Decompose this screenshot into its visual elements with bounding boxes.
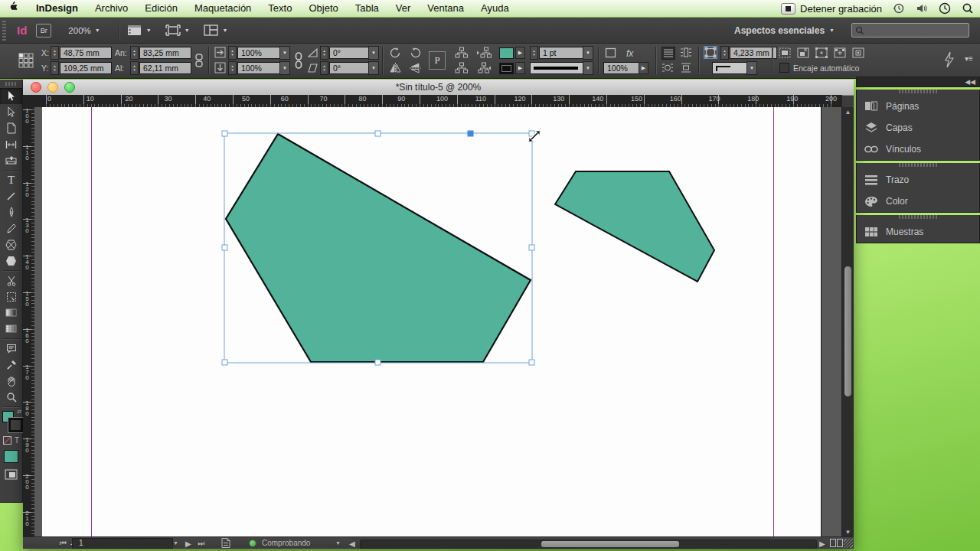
fx-dropdown[interactable]: fx: [626, 48, 633, 59]
small-polygon-shape[interactable]: [555, 171, 714, 282]
corner-radius-field[interactable]: 4,233 mm: [730, 47, 777, 59]
tool-direct-selection[interactable]: [0, 104, 22, 120]
menu-item-archivo[interactable]: Archivo: [87, 0, 136, 17]
time-machine-icon[interactable]: [893, 2, 905, 15]
height-field[interactable]: 62,11 mm: [139, 62, 191, 74]
page-dropdown-arrow[interactable]: ▼: [173, 537, 178, 549]
selection-handle[interactable]: [222, 131, 227, 136]
panel-button-paginas[interactable]: Páginas: [857, 96, 979, 117]
menu-item-indesign[interactable]: InDesign: [28, 0, 87, 17]
x-stepper[interactable]: ▴▾: [51, 46, 59, 60]
zoom-level-dropdown[interactable]: 200% ▼: [68, 26, 100, 35]
width-field[interactable]: 83,25 mm: [139, 47, 191, 59]
panel-button-vinculos[interactable]: Vínculos: [857, 139, 979, 160]
stroke-weight-stepper[interactable]: ▴▾: [530, 46, 538, 60]
tool-gradient-feather[interactable]: [0, 321, 22, 337]
horizontal-scroll-thumb[interactable]: [541, 541, 679, 547]
scroll-up-arrow[interactable]: ▲: [842, 109, 854, 116]
fit-frame-to-content-icon[interactable]: [815, 47, 828, 59]
formatting-affects-text-icon[interactable]: T: [15, 436, 19, 445]
wrap-none-icon[interactable]: [662, 47, 675, 60]
fill-stroke-controls[interactable]: ⇄: [0, 409, 22, 433]
search-input[interactable]: [851, 23, 969, 37]
vertical-scroll-thumb[interactable]: [844, 266, 851, 396]
fill-swatch-arrow[interactable]: ▶: [515, 47, 525, 59]
height-stepper[interactable]: ▴▾: [130, 61, 139, 75]
selection-handle-active[interactable]: [468, 131, 473, 136]
rotation-dropdown[interactable]: ▼: [368, 46, 379, 60]
dock-group-grip[interactable]: [899, 90, 937, 93]
apple-menu[interactable]: [0, 0, 28, 17]
appbar-grip[interactable]: [2, 21, 6, 41]
corner-shape-dropdown[interactable]: ▼: [746, 61, 757, 75]
tool-hand[interactable]: [0, 373, 22, 389]
toolbar-grip[interactable]: [5, 82, 17, 86]
bridge-button[interactable]: Br: [36, 24, 51, 37]
corner-radius-stepper[interactable]: ▴▾: [720, 46, 729, 60]
shear-stepper[interactable]: ▴▾: [320, 61, 328, 75]
expand-panels-icon[interactable]: ◀◀: [965, 78, 975, 86]
large-polygon-shape[interactable]: [226, 134, 531, 362]
swap-fill-stroke-icon[interactable]: ⇄: [17, 409, 21, 415]
stroke-swatch-arrow[interactable]: ▶: [515, 62, 525, 74]
view-options-dropdown[interactable]: ▼: [127, 24, 152, 37]
scale-y-dropdown[interactable]: ▼: [279, 61, 290, 75]
tool-frame[interactable]: [0, 236, 22, 253]
wrap-bounding-box-icon[interactable]: [680, 47, 692, 58]
menu-item-objeto[interactable]: Objeto: [300, 0, 346, 17]
panel-button-trazo[interactable]: Trazo: [857, 169, 979, 191]
rotation-field[interactable]: 0°: [329, 47, 369, 59]
selection-handle[interactable]: [375, 131, 381, 136]
select-next-object-icon[interactable]: [476, 62, 492, 74]
formatting-affects-controls[interactable]: T: [0, 433, 22, 447]
quick-apply-lightning-icon[interactable]: [943, 51, 954, 68]
scale-y-stepper[interactable]: ▴▾: [228, 61, 237, 75]
rotate-cw-icon[interactable]: [409, 47, 422, 59]
center-content-icon[interactable]: [851, 47, 865, 59]
scroll-right-arrow[interactable]: ▶: [819, 538, 825, 549]
stroke-weight-dropdown[interactable]: ▼: [583, 46, 593, 60]
corner-shape-field[interactable]: [712, 62, 747, 74]
menu-item-ventana[interactable]: Ventana: [419, 0, 472, 17]
first-page-button[interactable]: ⏮: [60, 537, 67, 549]
shear-field[interactable]: 0°: [329, 62, 369, 74]
selection-handle[interactable]: [375, 360, 381, 365]
volume-icon[interactable]: [916, 2, 928, 15]
window-resize-grip[interactable]: [844, 539, 853, 548]
stroke-color-swatch[interactable]: [499, 63, 514, 74]
y-field[interactable]: 109,25 mm: [60, 62, 112, 74]
flip-horizontal-icon[interactable]: [389, 62, 402, 74]
pasteboard[interactable]: [34, 107, 842, 537]
menu-item-ayuda[interactable]: Ayuda: [472, 0, 518, 17]
constrain-dimensions-icon[interactable]: [193, 53, 205, 68]
workspace-switcher[interactable]: Aspectos esenciales ▼: [734, 25, 835, 36]
next-page-button[interactable]: ▶: [185, 538, 191, 549]
width-stepper[interactable]: ▴▾: [130, 46, 139, 60]
tool-pen[interactable]: [0, 204, 22, 220]
tool-zoom[interactable]: [0, 389, 22, 405]
horizontal-ruler[interactable]: 0102030405060708090100110120130140150160…: [34, 95, 842, 107]
tool-note[interactable]: [0, 341, 22, 357]
apply-color-button[interactable]: [0, 447, 22, 465]
shear-dropdown[interactable]: ▼: [368, 61, 379, 75]
preflight-dropdown-arrow[interactable]: ▼: [335, 537, 341, 549]
scale-x-field[interactable]: 100%: [237, 47, 280, 59]
reference-point-proxy[interactable]: [18, 53, 34, 68]
selection-handle[interactable]: [222, 245, 227, 250]
scale-x-stepper[interactable]: ▴▾: [228, 46, 237, 60]
selection-handle[interactable]: [222, 360, 227, 365]
x-field[interactable]: 48,75 mm: [60, 47, 112, 59]
horizontal-scrollbar[interactable]: [360, 540, 817, 549]
vertical-scrollbar[interactable]: ▲ ▼: [841, 107, 854, 537]
tool-selection[interactable]: [0, 88, 22, 104]
preflight-status-label[interactable]: Comprobando: [262, 537, 310, 549]
stroke-style-dropdown[interactable]: ▼: [583, 61, 593, 75]
select-container-icon[interactable]: [455, 47, 469, 59]
panel-button-capas[interactable]: Capas: [857, 117, 979, 139]
selection-handle[interactable]: [529, 245, 534, 250]
tool-polygon[interactable]: [0, 253, 22, 269]
page-number-field[interactable]: 1: [72, 538, 173, 549]
menu-item-edicion[interactable]: Edición: [136, 0, 186, 17]
stop-recording-button[interactable]: Detener grabación: [781, 3, 882, 15]
fit-content-proportionally-icon[interactable]: [796, 47, 810, 59]
